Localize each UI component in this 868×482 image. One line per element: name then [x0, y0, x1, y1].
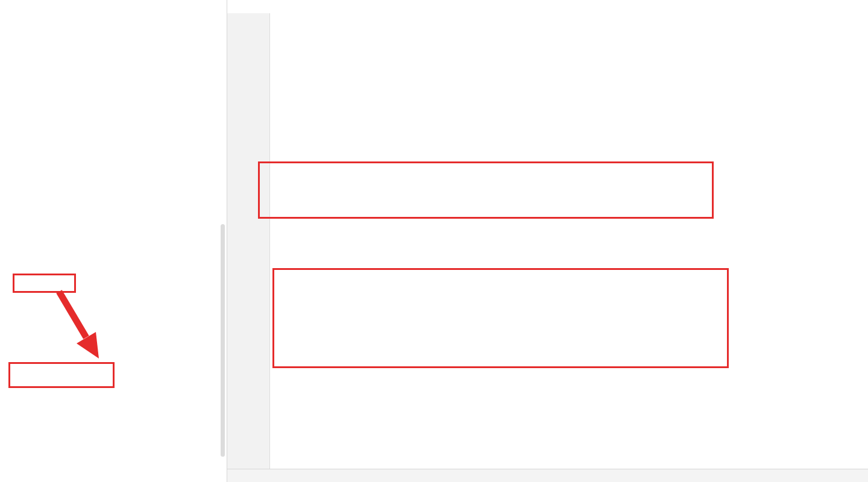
- breadcrumb-bar: [227, 469, 868, 482]
- project-tree-panel: [0, 0, 218, 482]
- editor-gutter: [227, 13, 270, 469]
- editor-tab-bar: [227, 0, 868, 14]
- code-editor[interactable]: [227, 13, 868, 469]
- tree-scrollbar[interactable]: [221, 224, 225, 457]
- panel-splitter[interactable]: [218, 0, 227, 482]
